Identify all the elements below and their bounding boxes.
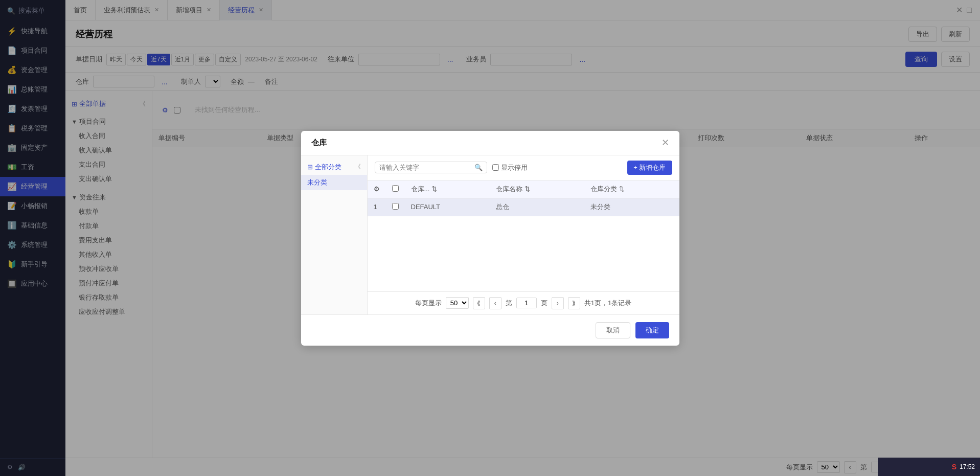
modal-table-body: 1 DEFAULT 总仓 未分类 <box>368 198 679 216</box>
row-name: 总仓 <box>490 198 584 216</box>
next-page-button[interactable]: › <box>552 297 564 309</box>
modal-header: 仓库 ✕ <box>301 131 679 155</box>
confirm-button[interactable]: 确定 <box>635 322 669 338</box>
modal-left-panel: ⊞ 全部分类 《 未分类 <box>301 155 368 314</box>
prev-page-button[interactable]: ‹ <box>489 297 502 309</box>
modal-body: ⊞ 全部分类 《 未分类 🔍 <box>301 155 679 314</box>
th-checkbox <box>386 180 405 198</box>
th-code: 仓库... ⇅ <box>405 180 490 198</box>
sort-icon[interactable]: ⇅ <box>619 185 625 193</box>
modal-pagination: 每页显示 50 ⟪ ‹ 第 页 › ⟫ 共1页，1条记录 <box>368 291 679 314</box>
row-index: 1 <box>368 198 386 216</box>
th-category: 仓库分类 ⇅ <box>584 180 679 198</box>
modal-search-box[interactable]: 🔍 <box>375 162 487 173</box>
show-disabled-checkbox[interactable] <box>492 164 499 171</box>
modal-left-title: 全部分类 <box>315 163 341 172</box>
row-code: DEFAULT <box>405 198 490 216</box>
modal-total-label: 共1页，1条记录 <box>584 299 631 308</box>
taskbar-time: 17:52 <box>960 463 975 470</box>
show-disabled-label: 显示停用 <box>501 163 528 172</box>
cancel-button[interactable]: 取消 <box>596 322 630 338</box>
row-checkbox[interactable] <box>392 203 399 210</box>
last-page-button[interactable]: ⟫ <box>568 297 580 309</box>
modal-per-page-select[interactable]: 50 <box>446 297 469 309</box>
modal-toolbar: 🔍 显示停用 + 新增仓库 <box>368 155 679 180</box>
col-code-label: 仓库... <box>411 185 430 193</box>
th-name: 仓库名称 ⇅ <box>490 180 584 198</box>
taskbar: S 17:52 <box>878 458 980 476</box>
modal-left-header: ⊞ 全部分类 《 <box>301 160 367 175</box>
first-page-button[interactable]: ⟪ <box>473 297 485 309</box>
settings-col-icon[interactable]: ⚙ <box>374 185 380 193</box>
sort-icon[interactable]: ⇅ <box>431 185 437 193</box>
modal-select-all[interactable] <box>392 185 399 192</box>
row-checkbox-cell <box>386 198 405 216</box>
modal-table-header-row: ⚙ 仓库... ⇅ 仓库名称 <box>368 180 679 198</box>
per-page-label: 每页显示 <box>415 299 442 308</box>
grid-icon-small: ⊞ <box>307 163 313 171</box>
warehouse-modal: 仓库 ✕ ⊞ 全部分类 《 未分类 <box>301 131 679 346</box>
taskbar-icon-s: S <box>952 463 956 471</box>
modal-right-panel: 🔍 显示停用 + 新增仓库 ⚙ <box>368 155 679 314</box>
modal-table: ⚙ 仓库... ⇅ 仓库名称 <box>368 180 679 216</box>
show-disabled-checkbox-label[interactable]: 显示停用 <box>492 163 528 172</box>
modal-left-toggle[interactable]: 《 <box>355 163 361 171</box>
add-warehouse-button[interactable]: + 新增仓库 <box>627 161 672 175</box>
modal-search-input[interactable] <box>379 164 474 171</box>
page-label: 第 <box>506 299 512 308</box>
modal-close-button[interactable]: ✕ <box>662 138 669 147</box>
modal-page-input[interactable] <box>516 298 537 308</box>
search-icon: 🔍 <box>474 164 483 171</box>
modal-left-item-uncategorized[interactable]: 未分类 <box>301 175 367 190</box>
modal-actions: 取消 确定 <box>301 314 679 346</box>
col-category-label: 仓库分类 <box>590 185 617 193</box>
page-suffix: 页 <box>541 299 548 308</box>
row-category: 未分类 <box>584 198 679 216</box>
col-name-label: 仓库名称 <box>496 185 522 193</box>
th-settings: ⚙ <box>368 180 386 198</box>
modal-title: 仓库 <box>311 138 327 148</box>
table-row[interactable]: 1 DEFAULT 总仓 未分类 <box>368 198 679 216</box>
sort-icon[interactable]: ⇅ <box>525 185 530 193</box>
modal-overlay: 仓库 ✕ ⊞ 全部分类 《 未分类 <box>0 0 980 476</box>
modal-table-wrap: ⚙ 仓库... ⇅ 仓库名称 <box>368 180 679 291</box>
modal-left-item-label: 未分类 <box>307 178 327 186</box>
